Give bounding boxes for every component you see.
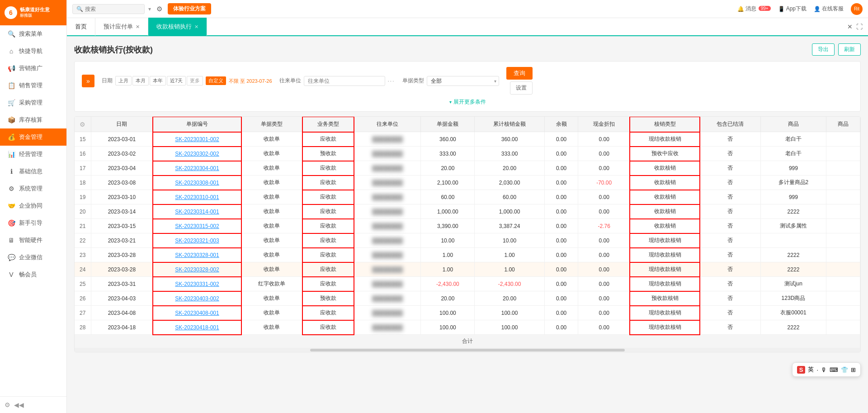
cell-docno[interactable]: SK-20230301-002 <box>153 132 242 147</box>
sidebar-item-corp[interactable]: 🤝企业协同 <box>0 197 66 214</box>
table-footer-total: 合计 <box>75 335 860 348</box>
col-cumulative-header: 累计核销金额 <box>475 117 544 132</box>
tab-receipt-verify[interactable]: 收款核销执行 ✕ <box>148 18 207 36</box>
scrollbar-thumb[interactable] <box>310 349 624 351</box>
filter-date-custom-btn[interactable]: 自定义 <box>206 76 226 85</box>
sidebar-item-quick-nav[interactable]: ⌂快捷导航 <box>0 43 66 60</box>
tab-close-all-btn[interactable]: ✕ <box>847 23 853 30</box>
tab-pending-payment[interactable]: 预计应付单 ✕ <box>95 18 148 36</box>
sidebar-label-guide: 新手引导 <box>19 219 42 227</box>
cell-docno[interactable]: SK-20230328-002 <box>153 262 242 277</box>
cell-balance: 0.00 <box>544 306 578 320</box>
sidebar-label-quick-nav: 快捷导航 <box>19 47 42 55</box>
cell-docno[interactable]: SK-20230331-002 <box>153 277 242 291</box>
cell-settled: 否 <box>700 132 760 147</box>
filter-date-group: 日期 上月 本月 本年 近7天 更多 自定义 不限 至 2023-07-26 <box>102 76 272 85</box>
filter-partner-input[interactable] <box>304 76 385 86</box>
app-download-btn[interactable]: 📱 App下载 <box>778 5 807 13</box>
filter-date-this-year[interactable]: 本年 <box>150 76 166 85</box>
cell-biztype: 应收款 <box>302 277 354 291</box>
cell-num: 25 <box>75 277 91 291</box>
topbar-chevron-icon[interactable]: ▾ <box>148 6 151 12</box>
tab-home-label: 首页 <box>75 23 87 31</box>
sidebar-item-basic[interactable]: ℹ基础信息 <box>0 163 66 180</box>
cell-docno[interactable]: SK-20230408-001 <box>153 306 242 320</box>
cell-verifytype: 收款核销 <box>630 161 699 176</box>
sidebar-item-finance[interactable]: 💰资金管理 <box>0 128 66 146</box>
cell-num: 16 <box>75 147 91 161</box>
main-area: 🔍 ▾ ⚙ 体验行业方案 🔔 消息 99+ 📱 App下载 👤 在线客服 Rit… <box>67 0 868 413</box>
cell-num: 19 <box>75 190 91 204</box>
logo-name: 畅康道好生意 <box>20 7 50 13</box>
sidebar-item-operations[interactable]: 📊经营管理 <box>0 146 66 163</box>
cell-docno[interactable]: SK-20230403-002 <box>153 291 242 306</box>
solution-btn[interactable]: 体验行业方案 <box>168 3 211 14</box>
sidebar-icon-quick-nav: ⌂ <box>7 47 15 55</box>
cell-docno[interactable]: SK-20230328-001 <box>153 248 242 262</box>
float-icon-shirt[interactable]: 👕 <box>841 366 848 373</box>
sidebar-icon-basic: ℹ <box>7 167 15 176</box>
filter-date-last-month[interactable]: 上月 <box>115 76 132 85</box>
filter-toggle-btn[interactable]: » <box>82 75 94 87</box>
tab-maximize-btn[interactable]: ⛶ <box>856 23 863 30</box>
filter-date-this-month[interactable]: 本月 <box>132 76 149 85</box>
cell-goods: 测试jun <box>760 277 826 291</box>
cell-docno[interactable]: SK-20230315-002 <box>153 219 242 233</box>
sidebar-item-system[interactable]: ⚙系统管理 <box>0 180 66 197</box>
filter-date-more[interactable]: 更多 <box>187 76 203 85</box>
logo-sub: 标推版 <box>20 13 50 19</box>
cell-docno[interactable]: SK-20230308-001 <box>153 176 242 190</box>
table-row: 22 2023-03-21 SK-20230321-003 收款单 应收款 ██… <box>75 233 860 248</box>
sidebar-gear-icon[interactable]: ⚙ <box>5 401 10 408</box>
filter-expand-btn[interactable]: ▾ 展开更多条件 <box>82 98 853 106</box>
sidebar-item-member[interactable]: V畅会员 <box>0 266 66 283</box>
tab-receipt-verify-close[interactable]: ✕ <box>194 24 198 30</box>
cell-goods2 <box>826 161 860 176</box>
filter-receipt-type-select[interactable]: 全部 收款单 红字收款单 <box>427 76 499 86</box>
topbar: 🔍 ▾ ⚙ 体验行业方案 🔔 消息 99+ 📱 App下载 👤 在线客服 Rit <box>67 0 868 18</box>
sidebar-item-hardware[interactable]: 🖥智能硬件 <box>0 232 66 249</box>
online-service-btn[interactable]: 👤 在线客服 <box>814 5 844 13</box>
sidebar-item-purchase[interactable]: 🛒采购管理 <box>0 94 66 111</box>
avatar[interactable]: Rit <box>851 3 863 15</box>
search-input[interactable] <box>85 6 130 12</box>
sidebar-label-sales: 销售管理 <box>19 81 42 90</box>
sidebar-label-inventory: 库存核算 <box>19 116 42 124</box>
cell-partner: ████████ <box>354 277 421 291</box>
notification-btn[interactable]: 🔔 消息 99+ <box>737 5 771 13</box>
sidebar-item-inventory[interactable]: 📦库存核算 <box>0 111 66 128</box>
cell-num: 17 <box>75 161 91 176</box>
cell-partner: ████████ <box>354 248 421 262</box>
float-icon-mic[interactable]: 🎙 <box>821 366 827 373</box>
cell-docno[interactable]: SK-20230304-001 <box>153 161 242 176</box>
cell-cashdiscount: 0.00 <box>578 147 630 161</box>
cell-docno[interactable]: SK-20230310-001 <box>153 190 242 204</box>
horizontal-scrollbar[interactable] <box>75 348 860 352</box>
cell-docno[interactable]: SK-20230418-001 <box>153 320 242 335</box>
cell-docno[interactable]: SK-20230314-001 <box>153 204 242 219</box>
cell-balance: 0.00 <box>544 291 578 306</box>
float-icon-1[interactable]: 英 <box>808 366 814 374</box>
sidebar-item-sales[interactable]: 📋销售管理 <box>0 77 66 94</box>
sidebar-item-guide[interactable]: 🎯新手引导 <box>0 214 66 232</box>
sidebar-item-wechat[interactable]: 💬企业微信 <box>0 249 66 266</box>
filter-settings-btn[interactable]: 设置 <box>510 81 533 95</box>
float-icon-keyboard[interactable]: ⌨ <box>830 366 838 373</box>
cell-settled: 否 <box>700 320 760 335</box>
query-btn[interactable]: 查询 <box>506 67 533 80</box>
refresh-btn[interactable]: 刷新 <box>838 43 861 56</box>
tab-home[interactable]: 首页 <box>67 18 95 36</box>
cell-docno[interactable]: SK-20230302-002 <box>153 147 242 161</box>
sidebar-collapse-icon[interactable]: ◀◀ <box>14 401 24 408</box>
filter-date-7days[interactable]: 近7天 <box>167 76 186 85</box>
topbar-search-box[interactable]: 🔍 <box>72 4 145 14</box>
cell-docno[interactable]: SK-20230321-003 <box>153 233 242 248</box>
tab-pending-payment-close[interactable]: ✕ <box>136 24 140 30</box>
sidebar-item-search[interactable]: 🔍搜索菜单 <box>0 25 66 43</box>
cell-amount: 360.00 <box>421 132 475 147</box>
export-btn[interactable]: 导出 <box>812 43 835 56</box>
topbar-gear-icon[interactable]: ⚙ <box>156 5 162 13</box>
table-gear-icon[interactable]: ⚙ <box>80 121 85 128</box>
float-icon-grid[interactable]: ⊞ <box>851 366 856 373</box>
sidebar-item-marketing[interactable]: 📢营销推广 <box>0 60 66 77</box>
